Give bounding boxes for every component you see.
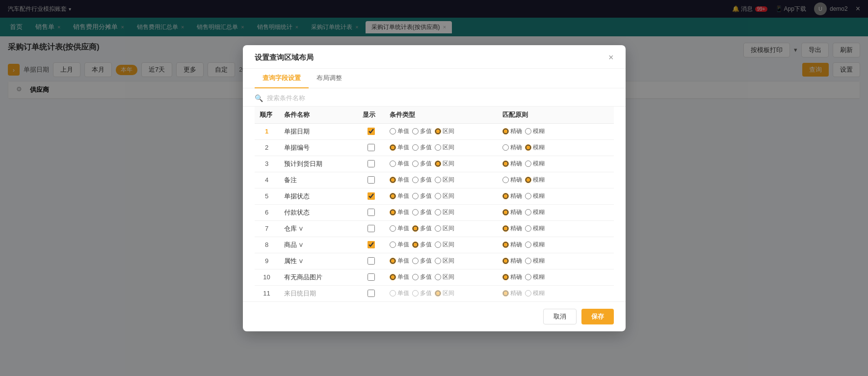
type-radio[interactable] [390,274,396,280]
match-radio[interactable] [525,290,531,296]
type-radio[interactable] [412,274,419,280]
display-checkbox[interactable] [368,290,375,297]
match-radio-label[interactable]: 模糊 [525,289,545,297]
match-radio-label[interactable]: 精确 [502,241,522,249]
match-radio[interactable] [525,193,531,199]
match-radio[interactable] [525,242,531,248]
display-checkbox[interactable] [368,273,375,281]
tab-query-fields[interactable]: 查询字段设置 [255,69,309,88]
type-radio-label[interactable]: 单值 [390,127,409,135]
match-radio-label[interactable]: 模糊 [525,241,545,249]
type-radio[interactable] [435,242,441,248]
match-radio[interactable] [525,258,531,264]
type-radio[interactable] [435,290,441,296]
type-radio[interactable] [412,193,419,199]
type-radio[interactable] [435,144,441,151]
type-radio-label[interactable]: 区间 [435,127,454,135]
type-radio-label[interactable]: 区间 [435,176,454,184]
type-radio-label[interactable]: 区间 [435,257,454,265]
type-radio[interactable] [435,209,441,215]
type-radio-label[interactable]: 多值 [412,241,432,249]
display-checkbox[interactable] [368,160,375,167]
type-radio-label[interactable]: 区间 [435,192,454,200]
type-radio[interactable] [412,290,419,296]
match-radio[interactable] [525,144,531,151]
match-radio-label[interactable]: 模糊 [525,273,545,281]
match-radio-label[interactable]: 精确 [502,192,522,200]
type-radio[interactable] [412,209,419,215]
display-checkbox[interactable] [368,209,375,216]
type-radio[interactable] [435,177,441,183]
type-radio[interactable] [412,177,419,183]
save-btn[interactable]: 保存 [581,309,614,324]
display-checkbox[interactable] [368,225,375,232]
match-radio[interactable] [502,161,509,167]
type-radio-label[interactable]: 单值 [390,241,409,249]
display-checkbox[interactable] [368,241,375,248]
match-radio-label[interactable]: 精确 [502,208,522,216]
type-radio[interactable] [435,258,441,264]
match-radio[interactable] [502,193,509,199]
match-radio-label[interactable]: 模糊 [525,143,545,152]
type-radio-label[interactable]: 多值 [412,160,432,168]
tab-layout-adjust[interactable]: 布局调整 [309,69,350,88]
type-radio[interactable] [435,128,441,134]
type-radio-label[interactable]: 单值 [390,208,409,216]
type-radio-label[interactable]: 多值 [412,176,432,184]
type-radio[interactable] [390,128,396,134]
match-radio-label[interactable]: 模糊 [525,257,545,265]
match-radio[interactable] [525,274,531,280]
type-radio[interactable] [390,242,396,248]
type-radio-label[interactable]: 单值 [390,176,409,184]
type-radio-label[interactable]: 单值 [390,143,409,152]
type-radio[interactable] [412,144,419,151]
type-radio-label[interactable]: 多值 [412,143,432,152]
match-radio[interactable] [525,225,531,232]
type-radio[interactable] [390,193,396,199]
type-radio[interactable] [390,258,396,264]
condition-search-input[interactable] [267,94,614,102]
type-radio-label[interactable]: 多值 [412,257,432,265]
match-radio-label[interactable]: 精确 [502,127,522,135]
type-radio-label[interactable]: 区间 [435,224,454,233]
type-radio[interactable] [412,258,419,264]
match-radio[interactable] [502,144,509,151]
type-radio[interactable] [435,225,441,232]
match-radio[interactable] [502,128,509,134]
match-radio-label[interactable]: 精确 [502,143,522,152]
match-radio[interactable] [525,177,531,183]
match-radio-label[interactable]: 模糊 [525,208,545,216]
match-radio[interactable] [502,258,509,264]
match-radio[interactable] [502,209,509,215]
display-checkbox[interactable] [368,176,375,184]
type-radio-label[interactable]: 多值 [412,208,432,216]
match-radio-label[interactable]: 模糊 [525,176,545,184]
type-radio[interactable] [412,225,419,232]
type-radio-label[interactable]: 多值 [412,192,432,200]
match-radio-label[interactable]: 模糊 [525,192,545,200]
type-radio[interactable] [435,161,441,167]
match-radio-label[interactable]: 精确 [502,257,522,265]
match-radio[interactable] [502,225,509,232]
match-radio[interactable] [502,274,509,280]
type-radio[interactable] [412,161,419,167]
match-radio-label[interactable]: 精确 [502,160,522,168]
type-radio[interactable] [435,193,441,199]
cancel-btn[interactable]: 取消 [543,309,577,324]
type-radio-label[interactable]: 单值 [390,192,409,200]
match-radio-label[interactable]: 精确 [502,289,522,297]
type-radio[interactable] [435,274,441,280]
type-radio[interactable] [412,242,419,248]
match-radio-label[interactable]: 模糊 [525,224,545,233]
type-radio[interactable] [390,144,396,151]
type-radio[interactable] [390,225,396,232]
type-radio-label[interactable]: 单值 [390,257,409,265]
type-radio-label[interactable]: 多值 [412,289,432,297]
type-radio-label[interactable]: 区间 [435,273,454,281]
type-radio[interactable] [390,177,396,183]
display-checkbox[interactable] [368,144,375,151]
type-radio[interactable] [390,209,396,215]
display-checkbox[interactable] [368,192,375,200]
type-radio-label[interactable]: 单值 [390,273,409,281]
type-radio-label[interactable]: 多值 [412,127,432,135]
